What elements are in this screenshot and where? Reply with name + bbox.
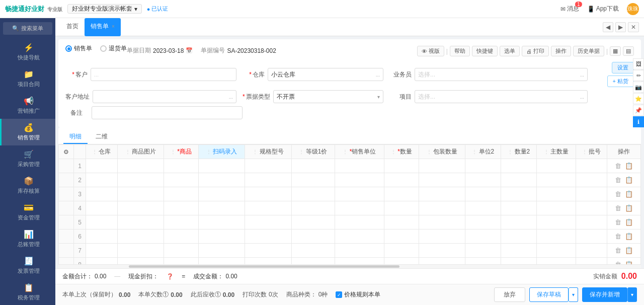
row-delete-button[interactable]: 🗑 — [614, 246, 622, 255]
col-price1[interactable]: ⋮ 等级1价 — [291, 145, 335, 159]
col-product-img[interactable]: ⋮ 商品图片 — [117, 145, 164, 159]
row-delete-button[interactable]: 🗑 — [614, 204, 622, 212]
operation-button[interactable]: 操作 — [551, 46, 571, 56]
message-button[interactable]: ✉ 消息 1 — [560, 5, 579, 13]
horizontal-scrollbar[interactable] — [58, 264, 641, 268]
search-menu-button[interactable]: 🔍 搜索菜单 — [3, 22, 52, 35]
app-download-button[interactable]: 📱 App下载 — [587, 5, 619, 13]
setup-button[interactable]: 设置 — [612, 62, 634, 73]
preview-button[interactable]: 👁 视版 — [417, 46, 444, 56]
formula-help-icon[interactable]: ❓ — [167, 273, 174, 280]
sidebar-item-inventory[interactable]: 📦 库存核算 — [0, 172, 55, 199]
chevron-down-icon: ▾ — [377, 94, 380, 100]
right-tool-image[interactable]: 🖼 — [633, 58, 644, 69]
company-selector[interactable]: 好业财专业版演示帐套 ▾ — [67, 4, 142, 14]
select-button[interactable]: 选单 — [500, 46, 520, 56]
col-unit2[interactable]: ⋮ 单位2 — [465, 145, 501, 159]
row-copy-button[interactable]: 📋 — [624, 232, 634, 241]
row-delete-button[interactable]: 🗑 — [614, 176, 622, 184]
tab-sales-order[interactable]: 销售单 × — [85, 18, 121, 36]
right-tool-pin[interactable]: 📌 — [633, 105, 644, 116]
sidebar-item-sales[interactable]: 💰 销售管理 — [0, 119, 55, 145]
save-new-button[interactable]: 保存并新增 — [582, 287, 627, 302]
row-copy-button[interactable]: 📋 — [624, 162, 634, 170]
right-tool-info[interactable]: ℹ — [633, 116, 644, 127]
save-new-chevron-button[interactable]: ▾ — [627, 287, 637, 302]
salesperson-dots[interactable]: ... — [580, 72, 584, 78]
sidebar-item-quick-nav[interactable]: ⚡ 快捷导航 — [0, 39, 55, 65]
shortcut-button[interactable]: 快捷键 — [472, 46, 498, 56]
salesperson-input[interactable]: 选择... ... — [415, 68, 588, 81]
warehouse-dots[interactable]: ... — [376, 72, 380, 78]
row-copy-button[interactable]: 📋 — [624, 176, 634, 184]
draft-button-group: 保存草稿 ▾ — [529, 287, 578, 302]
address-dots[interactable]: ... — [229, 94, 233, 100]
col-batch[interactable]: ⋮ 批号 — [576, 145, 607, 159]
table-tab-group: 明细 二维 — [58, 127, 641, 144]
tab-close-icon[interactable]: × — [112, 24, 115, 29]
right-tool-star[interactable]: ⭐ — [633, 93, 644, 104]
warehouse-field: 仓库 小云仓库 ... — [243, 68, 383, 81]
tab-next-button[interactable]: ▶ — [615, 22, 626, 32]
right-tool-edit[interactable]: ✏ — [633, 70, 644, 81]
row-delete-button[interactable]: 🗑 — [614, 232, 622, 241]
view-grid-button[interactable]: ▦ — [610, 46, 621, 56]
view-list-button[interactable]: ▤ — [623, 46, 634, 56]
tab-detail[interactable]: 明细 — [63, 130, 88, 144]
history-button[interactable]: 历史单据 — [573, 46, 604, 56]
col-main-qty[interactable]: ⋮ 主数量 — [537, 145, 576, 159]
purchase-icon: 🛒 — [24, 149, 34, 159]
price-rule-checkbox[interactable]: ✓ 价格规则本单 — [336, 290, 380, 299]
col-spec[interactable]: ⋮ 规格型号 — [245, 145, 292, 159]
col-settings[interactable]: ⚙ — [59, 145, 74, 159]
abandon-button[interactable]: 放弃 — [494, 287, 525, 302]
draft-chevron-button[interactable]: ▾ — [569, 287, 578, 302]
sidebar-item-invoice[interactable]: 🧾 发票管理 — [0, 252, 55, 279]
row-copy-button[interactable]: 📋 — [624, 204, 634, 212]
debt-item: 本单欠数① 0.00 — [138, 290, 182, 299]
row-delete-button[interactable]: 🗑 — [614, 218, 622, 226]
col-product[interactable]: ⋮ *商品 — [164, 145, 199, 159]
print-button[interactable]: 🖨 打印 — [522, 46, 549, 56]
tab-prev-button[interactable]: ◀ — [603, 22, 613, 32]
row-copy-button[interactable]: 📋 — [624, 218, 634, 226]
help-button[interactable]: 帮助 — [450, 46, 470, 56]
radio-sales[interactable]: 销售单 — [65, 44, 92, 53]
tab-home[interactable]: 首页 — [60, 18, 85, 36]
note-input[interactable] — [92, 106, 243, 119]
sidebar-item-accounting[interactable]: 📊 总账管理 — [0, 225, 55, 252]
tab-close-all-button[interactable]: ✕ — [628, 22, 639, 32]
col-quantity[interactable]: ⋮ *数量 — [384, 145, 419, 159]
calendar-icon[interactable]: 📅 — [186, 47, 193, 54]
sidebar-item-purchase[interactable]: 🛒 采购管理 — [0, 145, 55, 172]
row-copy-button[interactable]: 📋 — [624, 260, 634, 264]
customer-input[interactable]: ... — [91, 68, 236, 81]
right-tool-camera[interactable]: 📷 — [633, 82, 644, 93]
scrollbar-thumb[interactable] — [129, 265, 399, 268]
sidebar-nav: ⚡ 快捷导航 📁 项目合同 📢 营销推广 💰 销售管理 🛒 采购管理 — [0, 39, 55, 305]
col-pack-qty[interactable]: ⋮ 包装数量 — [419, 145, 465, 159]
row-delete-button[interactable]: 🗑 — [614, 260, 622, 264]
invoice-select[interactable]: 不开票 ▾ — [273, 90, 383, 103]
sidebar-item-project[interactable]: 📁 项目合同 — [0, 65, 55, 92]
radio-return[interactable]: 退货单 — [100, 44, 127, 53]
draft-button[interactable]: 保存草稿 — [529, 287, 569, 302]
col-qty2[interactable]: ⋮ 数量2 — [501, 145, 537, 159]
row-delete-button[interactable]: 🗑 — [614, 162, 622, 170]
sidebar-item-marketing[interactable]: 📢 营销推广 — [0, 92, 55, 119]
sidebar-item-capital[interactable]: 💳 资金管理 — [0, 199, 55, 225]
row-copy-button[interactable]: 📋 — [624, 190, 634, 198]
col-sales-unit[interactable]: ⋮ *销售单位 — [335, 145, 384, 159]
row-delete-button[interactable]: 🗑 — [614, 190, 622, 198]
warehouse-input[interactable]: 小云仓库 ... — [268, 68, 383, 81]
user-avatar[interactable]: 珠珠 — [627, 3, 639, 15]
col-warehouse[interactable]: ⋮ 仓库 — [86, 145, 118, 159]
tab-2d[interactable]: 二维 — [90, 130, 114, 144]
add-goods-button[interactable]: + 粘货 — [607, 75, 634, 87]
project-input[interactable]: 选择... ... — [415, 90, 588, 103]
project-dots[interactable]: ... — [580, 94, 584, 100]
sidebar-item-tax[interactable]: 📋 税务管理 — [0, 279, 55, 305]
row-copy-button[interactable]: 📋 — [624, 246, 634, 255]
address-input[interactable]: ... — [93, 90, 236, 103]
col-barcode[interactable]: ⋮ 扫码录入 — [198, 145, 245, 159]
